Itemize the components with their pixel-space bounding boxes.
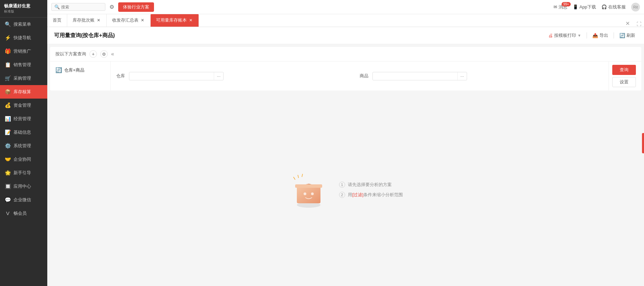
service-icon: 🎧 — [601, 4, 607, 9]
empty-hints: 1 请先选择要分析的方案 2 用[过滤]条件来缩小分析范围 — [339, 182, 403, 198]
topbar: 🔍 ⚙ 体验行业方案 ✉ 消息 99+ 📱 App下载 🎧 在线客服 Rit — [47, 0, 644, 14]
sidebar-item-label-search: 搜索菜单 — [14, 21, 31, 27]
filter-field-product: 商品 ··· — [360, 70, 603, 82]
user-area[interactable]: Rit — [631, 3, 640, 11]
app-download-button[interactable]: 📱 App下载 — [573, 4, 596, 10]
sidebar-item-finance[interactable]: 💰资金管理 — [0, 99, 47, 112]
hint-text-2: 用[过滤]条件来缩小分析范围 — [348, 192, 403, 198]
refresh-button[interactable]: 🔄 刷新 — [617, 31, 637, 40]
sidebar-item-label-sales: 销售管理 — [14, 62, 31, 68]
topbar-search-box[interactable]: 🔍 — [51, 3, 105, 11]
sidebar-item-sales[interactable]: 📋销售管理 — [0, 58, 47, 72]
scheme-label: 仓库+商品 — [64, 67, 84, 73]
settings-button[interactable]: 设置 — [612, 77, 636, 87]
sidebar-item-newbie[interactable]: 🌟新手引导 — [0, 166, 47, 180]
filter-header: 按以下方案查询 + ⚙ « — [50, 47, 641, 61]
sidebar-item-label-app-center: 应用中心 — [14, 183, 31, 189]
newbie-icon: 🌟 — [5, 170, 11, 176]
sidebar-item-search[interactable]: 🔍搜索菜单 — [0, 18, 47, 31]
content-area: 可用量查询(按仓库+商品) 🖨 按模板打印 ▼ 📤 导出 🔄 刷新 — [47, 27, 644, 286]
scheme-warehouse-product[interactable]: 🔄 仓库+商品 — [50, 64, 110, 76]
sidebar-item-marketing[interactable]: 🎁营销推广 — [0, 45, 47, 58]
topbar-right: ✉ 消息 99+ 📱 App下载 🎧 在线客服 Rit — [553, 3, 640, 11]
sidebar-item-label-newbie: 新手引导 — [14, 170, 31, 176]
system-icon: ⚙️ — [5, 143, 11, 149]
tab-batch-ledger[interactable]: 库存批次账✕ — [67, 14, 107, 27]
sidebar-item-system[interactable]: ⚙️系统管理 — [0, 139, 47, 153]
export-button[interactable]: 📤 导出 — [590, 31, 610, 40]
chevron-down-icon[interactable]: ▼ — [577, 33, 581, 37]
query-button[interactable]: 查询 — [612, 65, 636, 75]
tab-home[interactable]: 首页 — [47, 14, 67, 27]
sidebar-nav: 🔍搜索菜单⚡快捷导航🎁营销推广📋销售管理🛒采购管理📦库存核算💰资金管理📊经营管理… — [0, 18, 47, 286]
divider2 — [614, 32, 614, 38]
sales-icon: 📋 — [5, 62, 11, 68]
filter-setting-button[interactable]: ⚙ — [100, 50, 108, 58]
tab-available-ledger[interactable]: 可用量库存账本✕ — [151, 14, 199, 27]
message-icon: ✉ — [553, 4, 557, 9]
page-header: 可用量查询(按仓库+商品) 🖨 按模板打印 ▼ 📤 导出 🔄 刷新 — [47, 27, 644, 44]
tabbar-close-button[interactable]: ✕ — [621, 20, 634, 27]
sidebar-item-label-base: 基础信息 — [14, 129, 31, 135]
sidebar-item-wechat[interactable]: 💬企业微信 — [0, 193, 47, 207]
industry-solution-button[interactable]: 体验行业方案 — [118, 2, 154, 12]
svg-point-6 — [311, 192, 314, 195]
sidebar-item-operations[interactable]: 📊经营管理 — [0, 112, 47, 126]
operations-icon: 📊 — [5, 116, 11, 122]
tab-label-home: 首页 — [53, 17, 61, 23]
sidebar-item-member[interactable]: V畅会员 — [0, 207, 47, 220]
app-download-icon: 📱 — [573, 4, 578, 9]
search-icon: 🔍 — [54, 4, 60, 9]
warehouse-input-wrapper[interactable]: ··· — [129, 72, 224, 80]
inventory-icon: 📦 — [5, 89, 11, 95]
member-icon: V — [5, 210, 11, 216]
tab-receive-ledger[interactable]: 收发存汇总表✕ — [107, 14, 151, 27]
scroll-indicator — [642, 133, 644, 153]
avatar: Rit — [631, 3, 640, 11]
filter-collapse-button[interactable]: « — [111, 51, 114, 57]
search-icon: 🔍 — [5, 21, 11, 27]
online-service-button[interactable]: 🎧 在线客服 — [601, 4, 626, 10]
filter-scheme-list: 🔄 仓库+商品 — [50, 61, 111, 90]
product-input-wrapper[interactable]: ··· — [372, 72, 467, 80]
svg-line-8 — [298, 175, 299, 178]
topbar-search-input[interactable] — [61, 5, 98, 9]
export-icon: 📤 — [592, 33, 598, 38]
page-header-actions: 🖨 按模板打印 ▼ 📤 导出 🔄 刷新 — [546, 31, 637, 40]
filter-add-button[interactable]: + — [89, 50, 97, 58]
tab-close-batch-ledger[interactable]: ✕ — [96, 18, 101, 23]
product-input[interactable] — [373, 72, 457, 80]
svg-point-5 — [304, 192, 306, 195]
app-center-icon: 🔲 — [5, 183, 11, 189]
message-badge: 99+ — [562, 2, 571, 6]
base-icon: 📝 — [5, 129, 11, 135]
print-icon: 🖨 — [548, 33, 553, 38]
warehouse-input[interactable] — [129, 72, 214, 80]
divider — [587, 32, 587, 38]
sidebar-item-app-center[interactable]: 🔲应用中心 — [0, 180, 47, 193]
warehouse-more-button[interactable]: ··· — [214, 72, 223, 80]
main-area: 🔍 ⚙ 体验行业方案 ✉ 消息 99+ 📱 App下载 🎧 在线客服 Rit — [47, 0, 644, 286]
app-name: 畅康通好生意 — [4, 3, 43, 9]
messages-button[interactable]: ✉ 消息 99+ — [553, 4, 567, 10]
gear-icon[interactable]: ⚙ — [108, 2, 115, 11]
sidebar-item-enterprise[interactable]: 🤝企业协同 — [0, 153, 47, 166]
product-more-button[interactable]: ··· — [457, 72, 467, 80]
service-label: 在线客服 — [608, 4, 626, 10]
tab-close-available-ledger[interactable]: ✕ — [188, 18, 193, 23]
tabbar-expand-button[interactable]: ⛶ — [634, 21, 644, 27]
tabbar: 首页库存批次账✕收发存汇总表✕可用量库存账本✕✕ ⛶ — [47, 14, 644, 27]
svg-rect-4 — [295, 184, 322, 188]
purchase-icon: 🛒 — [5, 75, 11, 81]
warehouse-label: 仓库 — [116, 73, 126, 79]
sidebar-item-shortcut[interactable]: ⚡快捷导航 — [0, 31, 47, 45]
sidebar-item-purchase[interactable]: 🛒采购管理 — [0, 72, 47, 85]
sidebar-item-inventory[interactable]: 📦库存核算 — [0, 85, 47, 99]
sidebar-item-label-operations: 经营管理 — [14, 116, 31, 122]
tab-close-receive-ledger[interactable]: ✕ — [140, 18, 145, 23]
sidebar: 畅康通好生意 标准版 🔍搜索菜单⚡快捷导航🎁营销推广📋销售管理🛒采购管理📦库存核… — [0, 0, 47, 286]
marketing-icon: 🎁 — [5, 48, 11, 54]
sidebar-item-label-shortcut: 快捷导航 — [14, 35, 31, 41]
sidebar-item-base[interactable]: 📝基础信息 — [0, 126, 47, 139]
print-by-template-button[interactable]: 🖨 按模板打印 ▼ — [546, 31, 583, 40]
